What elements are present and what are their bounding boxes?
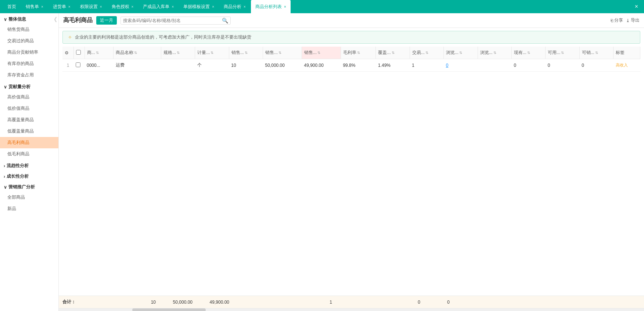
footer-sales-amount: 50,000.00 (158, 300, 195, 305)
close-permission-tab[interactable]: × (100, 5, 102, 9)
sidebar-item-new-goods[interactable]: 新品 (0, 203, 58, 214)
sidebar-item-low-coverage[interactable]: 低覆盖量商品 (0, 126, 58, 137)
row-code: 0000... (84, 59, 114, 72)
share-button[interactable]: ⎗ 分享 (611, 17, 623, 23)
close-role-tab[interactable]: × (132, 5, 134, 9)
col-coverage[interactable]: 覆盖...⇅ (376, 47, 410, 59)
col-code[interactable]: 商...⇅ (84, 47, 114, 59)
sidebar-group-overall[interactable]: ∨ 整体信息 (0, 13, 58, 24)
col-transactions[interactable]: 交易...⇅ (410, 47, 443, 59)
sidebar-item-high-value[interactable]: 高价值商品 (0, 91, 58, 103)
col-settings[interactable]: ⚙ (62, 47, 73, 59)
sidebar-group-trend[interactable]: › 流趋性分析 (0, 160, 58, 170)
col-available[interactable]: 可用...⇅ (546, 47, 579, 59)
row-tag: 高收入 (614, 59, 640, 72)
main-layout: 《 ∨ 整体信息 销售货商品 交易过的商品 商品分贡献销率 有库存的商品 库存资… (0, 13, 644, 311)
info-banner: ✧ 企业的主要的利润都是这部分商品创造的，可考虑加大推广，同时关注库存是不要出现… (62, 31, 640, 44)
sidebar-item-high-coverage[interactable]: 高覆盖量商品 (0, 114, 58, 126)
nav-production[interactable]: 产成品入库单 × (138, 0, 178, 13)
sidebar-item-stock-capital[interactable]: 库存资金占用 (0, 69, 58, 81)
sidebar-item-low-value[interactable]: 低价值商品 (0, 103, 58, 114)
chevron-right-icon-2: › (4, 174, 5, 179)
col-gross-margin[interactable]: 毛利率⇅ (341, 47, 376, 59)
top-navigation: 首页 销售单 × 进货单 × 权限设置 × 角色授权 × 产成品入库单 × 单据… (0, 0, 644, 13)
col-name[interactable]: 商品名称⇅ (114, 47, 161, 59)
export-icon: ⤓ (626, 18, 630, 23)
row-num: 1 (62, 59, 73, 72)
nav-home[interactable]: 首页 (3, 0, 21, 13)
col-unit[interactable]: 计量...⇅ (195, 47, 229, 59)
nav-purchase[interactable]: 进货单 × (48, 0, 75, 13)
content-header: 高毛利商品 近一月 🔍 ⎗ 分享 ⤓ 导出 (59, 13, 644, 28)
row-gross-margin: 99.8% (341, 59, 376, 72)
col-views2[interactable]: 浏览...⇅ (478, 47, 511, 59)
close-sales-tab[interactable]: × (41, 5, 43, 9)
nav-role[interactable]: 角色授权 × (107, 0, 138, 13)
col-spec[interactable]: 规格...⇅ (161, 47, 195, 59)
close-purchase-tab[interactable]: × (68, 5, 71, 9)
col-current-stock[interactable]: 现有...⇅ (511, 47, 545, 59)
sidebar-item-high-margin[interactable]: 高毛利商品 (0, 137, 58, 148)
close-production-tab[interactable]: × (172, 5, 174, 9)
content-area: 高毛利商品 近一月 🔍 ⎗ 分享 ⤓ 导出 ✧ 企业的主要的利润都是这部分商品创… (59, 13, 644, 311)
export-button[interactable]: ⤓ 导出 (626, 17, 640, 23)
nav-goods-analysis[interactable]: 商品分析 × (219, 0, 250, 13)
nav-permission[interactable]: 权限设置 × (76, 0, 107, 13)
row-sales-profit: 49,900.00 (302, 59, 341, 72)
search-input[interactable] (123, 18, 222, 23)
chevron-down-icon-2: ∨ (4, 84, 7, 90)
info-icon: ✧ (68, 35, 72, 40)
window-close-button[interactable]: × (632, 3, 641, 10)
row-coverage: 1.49% (376, 59, 410, 72)
sidebar-group-contribution[interactable]: ∨ 贡献量分析 (0, 81, 58, 91)
data-table-container: ⚙ 商...⇅ 商品名称⇅ 规格...⇅ 计量...⇅ 销售...⇅ 销售...… (59, 47, 644, 296)
search-box: 🔍 (120, 17, 231, 25)
chevron-down-icon-3: ∨ (4, 185, 7, 190)
table-row: 1 0000... 运费 个 10 50,000.00 49,900.00 99… (62, 59, 640, 72)
sidebar-item-traded-goods[interactable]: 交易过的商品 (0, 35, 58, 47)
col-sellable[interactable]: 可销...⇅ (579, 47, 613, 59)
search-icon[interactable]: 🔍 (222, 18, 228, 23)
close-goods-analysis-tab[interactable]: × (244, 5, 246, 9)
sidebar-item-stock-goods[interactable]: 有库存的商品 (0, 58, 58, 69)
col-sales-qty[interactable]: 销售...⇅ (229, 47, 263, 59)
sidebar-item-sales-goods[interactable]: 销售货商品 (0, 24, 58, 35)
sidebar-item-low-margin[interactable]: 低毛利商品 (0, 148, 58, 160)
sidebar-item-contribution-rate[interactable]: 商品分贡献销率 (0, 47, 58, 58)
horizontal-scrollbar[interactable] (59, 308, 644, 311)
footer-total-label: 合计： (62, 299, 129, 305)
footer-cells: 10 50,000.00 49,900.00 1 0 0 (129, 300, 640, 305)
row-sellable: 0 (579, 59, 613, 72)
header-actions: ⎗ 分享 ⤓ 导出 (611, 17, 640, 23)
row-sales-qty: 10 (229, 59, 263, 72)
chevron-down-icon: ∨ (4, 17, 7, 22)
row-current-stock: 0 (511, 59, 545, 72)
share-icon: ⎗ (611, 18, 613, 23)
table-footer: 合计： 10 50,000.00 49,900.00 1 0 0 (59, 296, 644, 308)
nav-sales[interactable]: 销售单 × (21, 0, 48, 13)
nav-template[interactable]: 单据模板设置 × (179, 0, 219, 13)
col-sales-amount[interactable]: 销售...⇅ (263, 47, 302, 59)
col-sales-profit[interactable]: 销售...⇅ (302, 47, 341, 59)
sidebar: 《 ∨ 整体信息 销售货商品 交易过的商品 商品分贡献销率 有库存的商品 库存资… (0, 13, 59, 311)
nav-goods-analysis-list[interactable]: 商品分析列表 × (251, 0, 291, 13)
select-all-checkbox[interactable] (76, 50, 81, 55)
footer-available: 0 (422, 300, 452, 305)
row-checkbox[interactable] (73, 59, 84, 72)
goods-analysis-table: ⚙ 商...⇅ 商品名称⇅ 规格...⇅ 计量...⇅ 销售...⇅ 销售...… (62, 47, 640, 72)
col-checkbox (73, 47, 84, 59)
row-unit: 个 (195, 59, 229, 72)
col-views1[interactable]: 浏览...⇅ (444, 47, 478, 59)
footer-sales-profit: 49,900.00 (195, 300, 231, 305)
filter-recent-month-button[interactable]: 近一月 (96, 16, 117, 25)
close-template-tab[interactable]: × (212, 5, 214, 9)
row-views1[interactable]: 0 (444, 59, 478, 72)
sidebar-collapse-button[interactable]: 《 (51, 16, 57, 24)
col-tag: 标签 (614, 47, 640, 59)
sidebar-group-marketing[interactable]: ∨ 营销推广分析 (0, 181, 58, 192)
sidebar-group-growth[interactable]: › 成长性分析 (0, 170, 58, 181)
row-available: 0 (546, 59, 579, 72)
close-goods-analysis-list-tab[interactable]: × (284, 5, 286, 9)
sidebar-item-all-goods[interactable]: 全部商品 (0, 192, 58, 203)
row-spec (161, 59, 195, 72)
